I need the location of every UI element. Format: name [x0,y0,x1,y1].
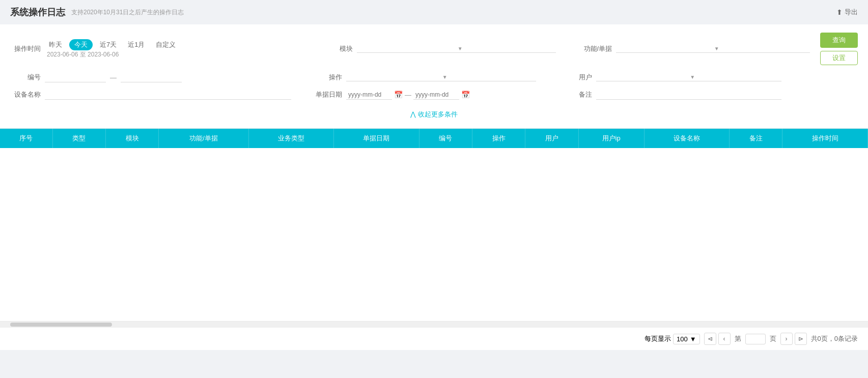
page-size-chevron-icon: ▼ [690,335,696,343]
col-type: 类型 [52,129,105,148]
page-size-value: 100 [677,335,688,343]
page-nav: ⊲ ‹ 第 1 页 › ⊳ [704,333,807,345]
settings-button[interactable]: 设置 [820,51,858,65]
prev-page-button[interactable]: ‹ [718,333,731,345]
pagination-bar: 每页显示 100 ▼ ⊲ ‹ 第 1 页 › ⊳ 共0页，0条记录 [0,327,868,350]
page-size-label: 每页显示 [645,334,671,343]
number-group: 编号 — [10,72,291,82]
col-user: 用户 [525,129,578,148]
query-button[interactable]: 查询 [820,33,858,48]
col-op-time: 操作时间 [782,129,868,148]
page-size-box[interactable]: 100 ▼ [673,334,700,344]
collapse-bar[interactable]: ⋀ 收起更多条件 [10,107,858,124]
number-range: — [45,72,291,82]
number-sep: — [110,74,117,81]
page-title: 系统操作日志 [10,6,65,18]
filter-row-2: 编号 — 操作 ▼ 用户 ▼ [10,72,858,82]
col-remark: 备注 [730,129,782,148]
export-button[interactable]: ⬆ 导出 [836,8,858,17]
function-select[interactable]: ▼ [616,45,810,53]
scrollbar-thumb[interactable] [10,323,112,327]
user-label: 用户 [556,73,592,82]
empty-area [0,148,868,321]
time-btn-1month[interactable]: 近1月 [124,39,149,50]
function-chevron-icon: ▼ [714,46,808,51]
document-date-group: 单据日期 📅 — 📅 [312,90,537,100]
col-doc-date: 单据日期 [334,129,419,148]
time-btn-custom[interactable]: 自定义 [152,39,180,50]
device-input[interactable] [45,90,291,100]
operation-time-label: 操作时间 [10,44,41,53]
col-module: 模块 [106,129,159,148]
date-dash: — [405,91,411,99]
collapse-label: 收起更多条件 [418,110,458,118]
col-seq: 序号 [0,129,52,148]
filter-panel: 操作时间 昨天 今天 近7天 近1月 自定义 2023-06-06 至 2023… [0,24,868,129]
collapse-icon: ⋀ [410,110,418,118]
page-subtitle: 支持2020年10月31日之后产生的操作日志 [71,8,184,17]
user-select[interactable]: ▼ [596,73,781,81]
col-device: 设备名称 [644,129,729,148]
export-icon: ⬆ [836,8,843,16]
function-label: 功能/单据 [576,44,612,53]
module-group: 模块 ▼ [322,44,556,53]
data-table: 序号 类型 模块 功能/单据 业务类型 单据日期 编号 操作 用户 用户ip 设… [0,129,868,148]
device-group: 设备名称 [10,90,291,100]
table-container: 序号 类型 模块 功能/单据 业务类型 单据日期 编号 操作 用户 用户ip 设… [0,129,868,321]
col-user-ip: 用户ip [578,129,644,148]
page-label: 第 [735,334,741,343]
remark-input[interactable] [596,90,781,100]
remark-group: 备注 [556,90,781,100]
time-btn-yesterday[interactable]: 昨天 [45,39,66,50]
user-group: 用户 ▼ [556,73,781,82]
operation-group: 操作 ▼ [312,73,537,82]
user-chevron-icon: ▼ [690,74,779,80]
header-left: 系统操作日志 支持2020年10月31日之后产生的操作日志 [10,6,184,18]
filter-row-3: 设备名称 单据日期 📅 — 📅 备注 [10,90,858,100]
operation-label: 操作 [312,73,342,82]
page-input[interactable]: 1 [745,334,766,344]
col-number: 编号 [419,129,472,148]
time-btn-today[interactable]: 今天 [69,39,93,50]
date-range-display: 2023-06-06 至 2023-06-06 [47,50,180,59]
page-size-select: 每页显示 100 ▼ [645,334,700,344]
calendar-icon-2[interactable]: 📅 [461,91,470,99]
document-date-label: 单据日期 [312,90,342,99]
export-label: 导出 [845,8,858,17]
function-group: 功能/单据 ▼ [576,44,810,53]
remark-label: 备注 [556,90,592,99]
last-page-button[interactable]: ⊳ [795,333,807,345]
table-header: 序号 类型 模块 功能/单据 业务类型 单据日期 编号 操作 用户 用户ip 设… [0,129,868,148]
operation-select[interactable]: ▼ [346,73,537,81]
module-chevron-icon: ▼ [458,46,554,51]
number-from-input[interactable] [45,72,106,82]
col-biz-type: 业务类型 [248,129,333,148]
col-function: 功能/单据 [159,129,248,148]
number-to-input[interactable] [121,72,182,82]
doc-date-to[interactable] [413,90,459,100]
col-operation: 操作 [472,129,525,148]
operation-time-group: 操作时间 昨天 今天 近7天 近1月 自定义 2023-06-06 至 2023… [10,39,302,59]
first-page-button[interactable]: ⊲ [704,333,716,345]
action-buttons: 查询 设置 [820,33,858,65]
time-buttons-container: 昨天 今天 近7天 近1月 自定义 2023-06-06 至 2023-06-0… [45,39,180,59]
time-buttons: 昨天 今天 近7天 近1月 自定义 [45,39,180,50]
device-label: 设备名称 [10,90,41,99]
page-unit: 页 [770,334,776,343]
horizontal-scrollbar[interactable] [0,321,868,327]
filter-row-1: 操作时间 昨天 今天 近7天 近1月 自定义 2023-06-06 至 2023… [10,33,858,65]
table-header-row: 序号 类型 模块 功能/单据 业务类型 单据日期 编号 操作 用户 用户ip 设… [0,129,868,148]
number-label: 编号 [10,73,41,82]
next-page-button[interactable]: › [780,333,793,345]
operation-chevron-icon: ▼ [442,74,535,80]
document-date-range: 📅 — 📅 [346,90,470,100]
total-text: 共0页，0条记录 [811,334,858,343]
page-header: 系统操作日志 支持2020年10月31日之后产生的操作日志 ⬆ 导出 [0,0,868,24]
doc-date-from[interactable] [346,90,392,100]
module-select[interactable]: ▼ [357,45,556,53]
calendar-icon-1[interactable]: 📅 [394,91,403,99]
time-btn-7days[interactable]: 近7天 [96,39,121,50]
module-label: 模块 [322,44,353,53]
